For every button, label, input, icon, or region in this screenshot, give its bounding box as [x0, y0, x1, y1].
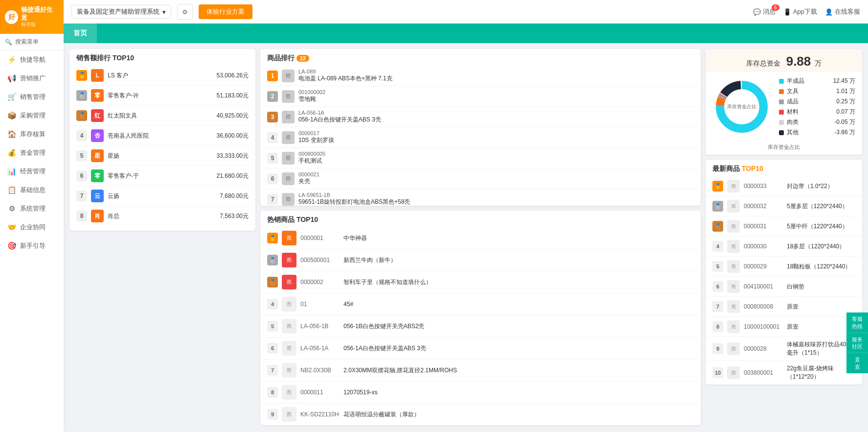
legend-item: 其他 -3.86 万 — [779, 128, 855, 137]
new-product-name: 原壹 — [787, 303, 799, 311]
sidebar-nav: ⚡ 快捷导航 📢 营销推广 🛒 销售管理 📦 采购管理 🏠 库存核算 💰 资金管… — [0, 50, 64, 432]
sidebar-item-label: 销售管理 — [20, 93, 46, 101]
app-download-action[interactable]: 📱 App下载 — [783, 7, 817, 16]
hot-product-item[interactable]: 🥉 图 0000002 智利车子里（规格不知道填什么） — [260, 271, 701, 293]
operations-icon: 📊 — [7, 167, 16, 176]
hot-product-item[interactable]: 🥈 图 000500001 新西兰牛肉（新牛） — [260, 249, 701, 271]
new-product-code: 004100001 — [744, 283, 783, 290]
rank-item[interactable]: 🥈 零 零售客户-许 51,183.00元 — [74, 86, 251, 106]
float-btn-direct[interactable]: 直直 — [846, 353, 868, 373]
sidebar-item-enterprise[interactable]: 🤝 企业协同 — [0, 218, 64, 237]
hot-product-item[interactable]: 9 图 KK-SD22110H 花语萌恒温分蘸罐装（厚款） — [260, 404, 701, 425]
system-selector[interactable]: 装备及固定资产辅助管理系统 ▾ — [71, 5, 171, 19]
new-product-thumb: 图 — [727, 342, 740, 355]
legend-name: 其他 — [787, 128, 831, 137]
customer-rank-title: 销售额排行 TOP10 — [76, 54, 134, 63]
product-rank-item[interactable]: 1 图 LA-089 电池盖 LA-089 ABS本色+黑种 7.1克 — [260, 66, 701, 86]
message-action[interactable]: 💬 消息 6 — [753, 7, 776, 16]
legend-value: 0.07 万 — [836, 108, 855, 116]
rank-item[interactable]: 6 零 零售客户-于 21,680.00元 — [74, 166, 251, 186]
new-product-item[interactable]: 🥈 图 0000032 5厘多层（1220*2440） — [706, 196, 862, 216]
legend-name: 半成品 — [787, 77, 830, 85]
new-product-item[interactable]: 🥇 图 0000033 封边带（1.0*22） — [706, 176, 862, 196]
rank-avatar: L — [91, 69, 104, 82]
new-product-item[interactable]: 8 图 10000100001 原壹 — [706, 317, 862, 337]
new-product-item[interactable]: 7 图 000800008 原壹 — [706, 297, 862, 317]
app-subtitle: 标准版 — [21, 21, 59, 28]
hot-product-item[interactable]: 4 图 01 45# — [260, 293, 701, 315]
hot-product-item[interactable]: 5 图 LA-056-1B 056-1B白色按键开关壳ABS2壳 — [260, 315, 701, 337]
online-service-action[interactable]: 👤 在线客服 — [825, 7, 860, 16]
rank-item[interactable]: 8 肖 肖总 7,563.00元 — [74, 206, 251, 226]
hot-product-code: 01 — [300, 301, 340, 308]
new-product-code: 003800001 — [744, 369, 783, 376]
hot-product-thumb: 图 — [282, 275, 297, 289]
new-product-item[interactable]: 9 图 0000028 体械嘉枝味苏打饮品400毫升（1*15） — [706, 337, 862, 361]
sidebar-item-marketing[interactable]: 📢 营销推广 — [0, 69, 64, 88]
sidebar-item-basics[interactable]: 📋 基础信息 — [0, 181, 64, 199]
new-product-item[interactable]: 🥉 图 0000031 5厘中纤（1220*2440） — [706, 216, 862, 237]
search-menu[interactable]: 🔍 搜索菜单 — [0, 34, 64, 50]
legend-dot — [779, 120, 784, 125]
hot-product-name: 45# — [343, 301, 353, 308]
sidebar-item-finance[interactable]: 💰 资金管理 — [0, 144, 64, 162]
settings-button[interactable]: ⚙ — [177, 4, 193, 20]
new-product-item[interactable]: 6 图 004100001 白钢垫 — [706, 277, 862, 297]
sidebar-item-operations[interactable]: 📊 经营管理 — [0, 162, 64, 181]
product-rank-item[interactable]: 6 图 0000021 夹壳 — [260, 168, 701, 189]
rank-item[interactable]: 🥇 L LS 客户 53,006.26元 — [74, 66, 251, 86]
app-download-label: App下载 — [793, 7, 817, 16]
sidebar-item-guide[interactable]: 🎯 新手引导 — [0, 237, 64, 255]
main-area: 装备及固定资产辅助管理系统 ▾ ⚙ 体验行业方案 💬 消息 6 📱 App下载 … — [64, 0, 868, 432]
rank-item[interactable]: 5 星 星扬 33,333.00元 — [74, 146, 251, 166]
rank-avatar: 杏 — [91, 129, 104, 142]
online-service-label: 在线客服 — [835, 7, 860, 16]
float-buttons: 客服热线 服务社区 直直 — [846, 312, 868, 373]
hot-product-code: 000500001 — [300, 257, 340, 264]
product-rank-item[interactable]: 3 图 LA-056-1A 056-1A白色按键开关盖ABS 3壳 — [260, 107, 701, 127]
product-code: 0000021 — [298, 171, 694, 177]
new-product-rank: 🥈 — [712, 201, 723, 212]
hot-product-thumb: 图 — [282, 297, 297, 312]
legend-item: 半成品 12.45 万 — [779, 77, 855, 85]
tab-home[interactable]: 首页 — [64, 24, 97, 43]
nav-tabs: 首页 — [64, 24, 868, 43]
sidebar-item-sales[interactable]: 🛒 销售管理 — [0, 88, 64, 106]
product-rank-item[interactable]: 7 图 LA-59651-1B 59651-1B旋转投影灯电池盒ABS黑色+58… — [260, 189, 701, 206]
hot-product-item[interactable]: 7 图 NB2.0X30B 2.0X30MM双摆花轴,摆花直径2.1MM/ROH… — [260, 360, 701, 382]
hot-product-item[interactable]: 8 图 0000011 12070519-xs — [260, 382, 701, 404]
hot-product-name: 花语萌恒温分蘸罐装（厚款） — [343, 410, 420, 419]
rank-item[interactable]: 4 杏 苍南县人民医院 36,600.00元 — [74, 126, 251, 146]
sidebar-item-inventory[interactable]: 🏠 库存核算 — [0, 125, 64, 144]
hot-product-item[interactable]: 6 图 LA-056-1A 056-1A白色按键开关盖ABS 3壳 — [260, 337, 701, 360]
product-name: 雪地靴 — [298, 95, 694, 103]
sidebar-item-system[interactable]: ⚙ 系统管理 — [0, 199, 64, 218]
new-product-item[interactable]: 4 图 0000030 18多层（1220*2440） — [706, 237, 862, 257]
float-btn-service[interactable]: 客服热线 — [846, 312, 868, 333]
sidebar-item-label: 经营管理 — [20, 167, 46, 176]
sales-icon: 🛒 — [7, 93, 16, 101]
sidebar-item-quick-nav[interactable]: ⚡ 快捷导航 — [0, 50, 64, 69]
product-name: 电池盖 LA-089 ABS本色+黑种 7.1克 — [298, 74, 694, 83]
product-info: 0000021 夹壳 — [298, 171, 694, 186]
new-product-code: 000800008 — [744, 303, 783, 310]
product-rank-item[interactable]: 2 图 001000002 雪地靴 — [260, 86, 701, 107]
float-btn-community[interactable]: 服务社区 — [846, 333, 868, 354]
product-rank-item[interactable]: 4 图 0000017 10S 变刻罗孩 — [260, 127, 701, 148]
new-product-item[interactable]: 5 图 0000029 18颗粒板（1220*2440） — [706, 257, 862, 277]
legend-value: -3.86 万 — [834, 128, 855, 137]
rank-number: 8 — [76, 211, 87, 221]
sidebar-item-purchase[interactable]: 📦 采购管理 — [0, 106, 64, 125]
rank-avatar: 红 — [91, 109, 104, 122]
product-rank-item[interactable]: 5 图 000800005 手机测试 — [260, 148, 701, 168]
donut-center-label: 库存资金占比 — [727, 103, 756, 110]
legend-dot — [779, 99, 784, 104]
new-product-thumb: 图 — [727, 200, 740, 213]
inventory-card: 库存总资金 9.88 万 — [706, 49, 862, 155]
rank-item[interactable]: 7 云 云扬 7,680.00元 — [74, 186, 251, 206]
rank-name: 肖总 — [108, 212, 216, 220]
new-product-item[interactable]: 10 图 003800001 22g鱼豆腐-烧烤味（1*12*20） — [706, 361, 862, 384]
rank-item[interactable]: 🥉 红 红太阳文具 40,925.00元 — [74, 106, 251, 126]
trial-button[interactable]: 体验行业方案 — [199, 4, 252, 19]
hot-product-item[interactable]: 🥇 图 0000001 中华神器 — [260, 227, 701, 249]
